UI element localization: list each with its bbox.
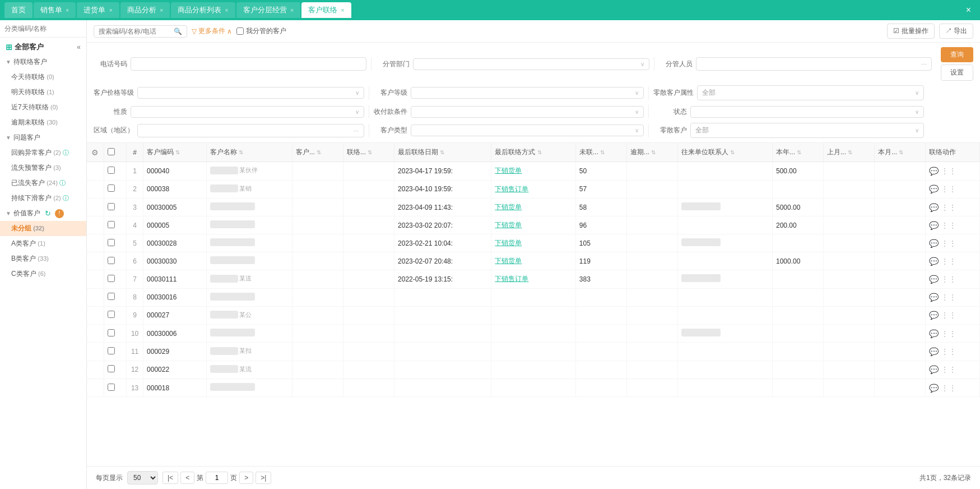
sidebar-group-problem[interactable]: ▼ 问题客户 bbox=[0, 130, 86, 145]
tab-customer-segment-close[interactable]: × bbox=[290, 7, 294, 13]
sidebar-group-value-refresh-icon[interactable]: ↻ bbox=[45, 209, 51, 218]
row-checkbox[interactable] bbox=[108, 239, 115, 246]
grid-action-icon[interactable]: ⋮⋮ bbox=[941, 167, 956, 176]
grid-action-icon[interactable]: ⋮⋮ bbox=[941, 275, 956, 284]
query-button[interactable]: 查询 bbox=[941, 47, 973, 62]
checkbox-column-header[interactable] bbox=[104, 143, 127, 162]
row-checkbox[interactable] bbox=[108, 293, 115, 300]
page-input[interactable] bbox=[206, 472, 228, 484]
last-contact-method-cell[interactable]: 下销售订单 bbox=[491, 270, 575, 289]
reset-button[interactable]: 设置 bbox=[941, 64, 973, 81]
first-page-button[interactable]: |< bbox=[162, 472, 178, 484]
tab-sales-close[interactable]: × bbox=[66, 7, 69, 13]
page-size-select[interactable]: 50 100 200 bbox=[127, 471, 158, 485]
phone-action-icon[interactable]: 💬 bbox=[929, 203, 939, 212]
row-checkbox[interactable] bbox=[108, 311, 115, 318]
row-checkbox[interactable] bbox=[108, 203, 115, 210]
phone-action-icon[interactable]: 💬 bbox=[929, 275, 939, 284]
tab-sales[interactable]: 销售单 × bbox=[34, 2, 76, 18]
filter-select-payment[interactable]: ∨ bbox=[411, 106, 644, 118]
phone-action-icon[interactable]: 💬 bbox=[929, 257, 939, 266]
filter-select-status[interactable]: ∨ bbox=[690, 106, 924, 118]
filter-select-nature[interactable]: ∨ bbox=[131, 106, 364, 118]
last-contact-method-cell[interactable]: 下销货单 bbox=[495, 203, 522, 211]
sidebar-item-declining[interactable]: 持续下滑客户 (2) ⓘ bbox=[0, 191, 86, 206]
tab-customer-contact[interactable]: 客户联络 × bbox=[301, 2, 351, 18]
select-all-checkbox[interactable] bbox=[108, 148, 115, 155]
sidebar-item-groupB[interactable]: B类客户 (33) bbox=[0, 251, 86, 266]
sidebar-item-week[interactable]: 近7天待联络 (0) bbox=[0, 100, 86, 115]
tab-product-analysis-list-close[interactable]: × bbox=[225, 7, 228, 13]
last-contact-method-cell[interactable]: 下销货单 bbox=[491, 216, 575, 234]
row-checkbox[interactable] bbox=[108, 184, 115, 192]
tab-customer-segment[interactable]: 客户分层经营 × bbox=[236, 2, 300, 18]
filter-select-cust-level[interactable]: ∨ bbox=[411, 87, 644, 99]
filter-select-region[interactable]: ··· bbox=[137, 124, 364, 137]
tab-product-analysis-close[interactable]: × bbox=[160, 7, 163, 13]
batch-op-button[interactable]: ☑ 批量操作 bbox=[887, 24, 934, 39]
grid-action-icon[interactable]: ⋮⋮ bbox=[941, 347, 956, 356]
last-contact-method-cell[interactable]: 下销货单 bbox=[491, 252, 575, 270]
last-contact-method-cell[interactable]: 下销货单 bbox=[495, 239, 522, 247]
export-button[interactable]: ↗ 导出 bbox=[939, 24, 973, 39]
phone-action-icon[interactable]: 💬 bbox=[929, 329, 939, 338]
row-checkbox[interactable] bbox=[108, 257, 115, 264]
grid-action-icon[interactable]: ⋮⋮ bbox=[941, 221, 956, 230]
last-contact-method-cell[interactable]: 下销售订单 bbox=[491, 180, 575, 199]
phone-action-icon[interactable]: 💬 bbox=[929, 239, 939, 248]
grid-action-icon[interactable]: ⋮⋮ bbox=[941, 239, 956, 248]
last-contact-method-cell[interactable]: 下销货单 bbox=[491, 162, 575, 181]
sidebar-group-value[interactable]: ▼ 价值客户 ↻ ! bbox=[0, 206, 86, 221]
more-filters-button[interactable]: ▽ 更多条件 ∧ bbox=[192, 26, 232, 36]
row-checkbox[interactable] bbox=[108, 365, 115, 372]
sidebar-search-input[interactable] bbox=[4, 25, 87, 33]
phone-action-icon[interactable]: 💬 bbox=[929, 347, 939, 356]
tab-home[interactable]: 首页 bbox=[4, 2, 32, 18]
sidebar-item-churn-risk[interactable]: 流失预警客户 (3) bbox=[0, 160, 86, 176]
grid-action-icon[interactable]: ⋮⋮ bbox=[941, 184, 956, 193]
filter-select-scatter-cust[interactable]: 全部 ∨ bbox=[690, 123, 924, 138]
phone-action-icon[interactable]: 💬 bbox=[929, 311, 939, 320]
search-icon[interactable]: 🔍 bbox=[174, 27, 182, 35]
row-checkbox[interactable] bbox=[108, 275, 115, 282]
filter-select-cust-type[interactable]: ∨ bbox=[411, 124, 644, 136]
phone-action-icon[interactable]: 💬 bbox=[929, 384, 939, 393]
phone-action-icon[interactable]: 💬 bbox=[929, 293, 939, 302]
last-contact-method-cell[interactable]: 下销货单 bbox=[495, 167, 522, 174]
filter-select-person[interactable]: ··· bbox=[696, 57, 932, 71]
row-checkbox[interactable] bbox=[108, 167, 115, 174]
search-input[interactable] bbox=[99, 27, 171, 35]
grid-action-icon[interactable]: ⋮⋮ bbox=[941, 329, 956, 338]
row-checkbox[interactable] bbox=[108, 384, 115, 391]
sidebar-item-churned[interactable]: 已流失客户 (24) ⓘ bbox=[0, 176, 86, 191]
sidebar-item-abnormal[interactable]: 回购异常客户 (2) ⓘ bbox=[0, 145, 86, 160]
last-page-button[interactable]: >| bbox=[256, 472, 271, 484]
sidebar-collapse-icon[interactable]: « bbox=[77, 43, 81, 51]
grid-action-icon[interactable]: ⋮⋮ bbox=[941, 203, 956, 212]
sidebar-item-groupA[interactable]: A类客户 (1) bbox=[0, 236, 86, 251]
row-checkbox[interactable] bbox=[108, 329, 115, 336]
filter-select-scatter-attr[interactable]: 全部 ∨ bbox=[697, 85, 924, 100]
last-contact-method-cell[interactable]: 下销货单 bbox=[495, 221, 522, 229]
last-contact-method-cell[interactable]: 下销售订单 bbox=[495, 275, 528, 283]
tab-purchase[interactable]: 进货单 × bbox=[77, 2, 119, 18]
grid-action-icon[interactable]: ⋮⋮ bbox=[941, 365, 956, 374]
my-customers-checkbox[interactable] bbox=[236, 27, 244, 35]
sidebar-item-tomorrow[interactable]: 明天待联络 (1) bbox=[0, 85, 86, 100]
filter-select-price-level[interactable]: ∨ bbox=[137, 87, 364, 99]
tab-product-analysis[interactable]: 商品分析 × bbox=[120, 2, 170, 18]
last-contact-method-cell[interactable]: 下销售订单 bbox=[495, 185, 528, 193]
filter-input-phone[interactable] bbox=[131, 57, 366, 71]
phone-action-icon[interactable]: 💬 bbox=[929, 221, 939, 230]
sidebar-item-today[interactable]: 今天待联络 (0) bbox=[0, 70, 86, 85]
sidebar-group-pending[interactable]: ▼ 待联络客户 bbox=[0, 54, 86, 70]
phone-action-icon[interactable]: 💬 bbox=[929, 184, 939, 193]
sidebar-item-groupC[interactable]: C类客户 (6) bbox=[0, 266, 86, 282]
tab-product-analysis-list[interactable]: 商品分析列表 × bbox=[171, 2, 235, 18]
row-checkbox[interactable] bbox=[108, 221, 115, 228]
next-page-button[interactable]: > bbox=[239, 472, 253, 484]
sidebar-item-ungroup[interactable]: 未分组 (32) bbox=[0, 221, 86, 236]
grid-action-icon[interactable]: ⋮⋮ bbox=[941, 257, 956, 266]
settings-gear-icon[interactable]: ⚙ bbox=[91, 148, 99, 157]
phone-action-icon[interactable]: 💬 bbox=[929, 365, 939, 374]
